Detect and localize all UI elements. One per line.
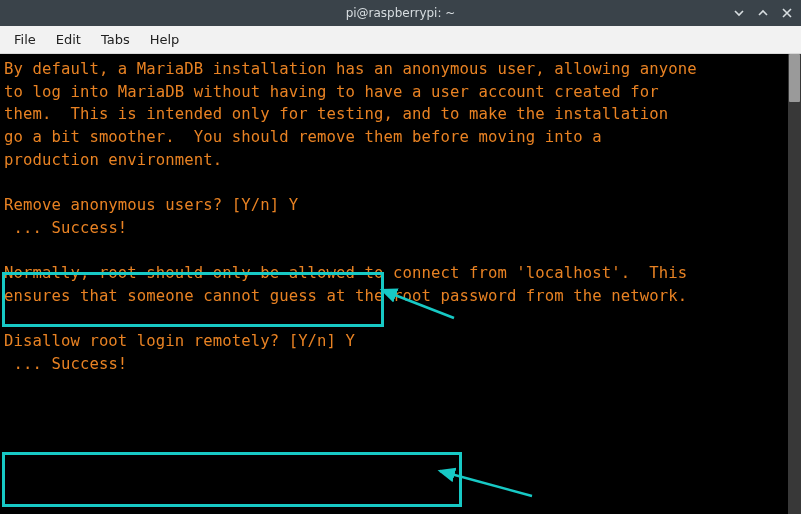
terminal[interactable]: By default, a MariaDB installation has a… [0, 54, 801, 514]
window-titlebar: pi@raspberrypi: ~ [0, 0, 801, 26]
close-button[interactable] [779, 5, 795, 21]
svg-line-1 [440, 471, 532, 496]
menu-help[interactable]: Help [142, 28, 188, 51]
scrollbar-thumb[interactable] [789, 54, 800, 102]
terminal-output: By default, a MariaDB installation has a… [0, 54, 801, 376]
maximize-button[interactable] [755, 5, 771, 21]
annotation-box-2 [2, 452, 462, 507]
menubar: File Edit Tabs Help [0, 26, 801, 54]
menu-edit[interactable]: Edit [48, 28, 89, 51]
window-controls [731, 0, 795, 26]
menu-file[interactable]: File [6, 28, 44, 51]
window-title: pi@raspberrypi: ~ [346, 6, 456, 20]
scrollbar-track[interactable] [788, 54, 801, 514]
menu-tabs[interactable]: Tabs [93, 28, 138, 51]
minimize-button[interactable] [731, 5, 747, 21]
